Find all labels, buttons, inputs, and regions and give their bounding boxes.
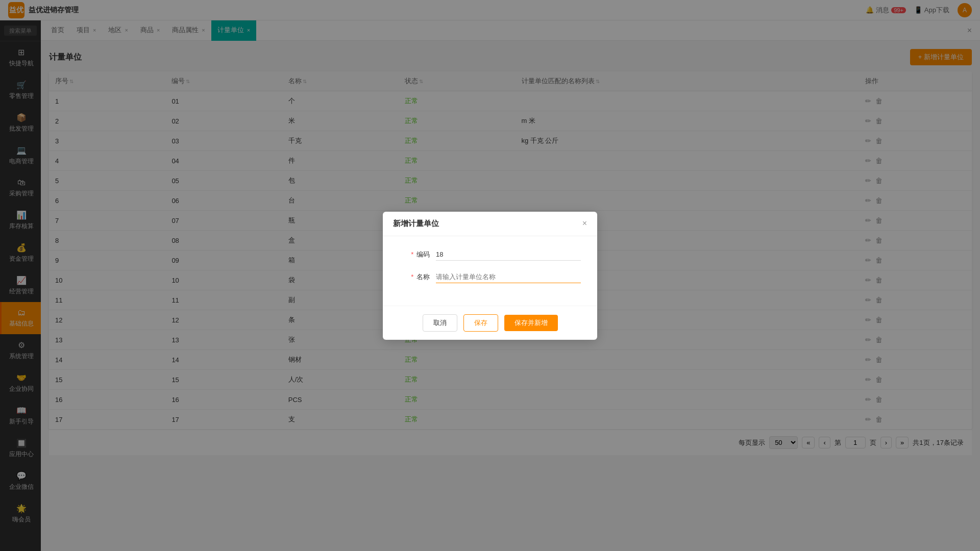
name-field-group: * 名称 — [399, 271, 581, 283]
required-star-2: * — [411, 273, 413, 281]
modal-header: 新增计量单位 × — [383, 212, 597, 236]
modal-title: 新增计量单位 — [393, 219, 439, 229]
code-label: * 编码 — [399, 250, 430, 259]
save-button[interactable]: 保存 — [463, 314, 498, 332]
modal-body: * 编码 * 名称 — [383, 236, 597, 306]
name-input[interactable] — [436, 271, 581, 283]
modal-footer: 取消 保存 保存并新增 — [383, 306, 597, 340]
add-unit-modal: 新增计量单位 × * 编码 * 名称 取消 保存 保存并新增 — [383, 212, 597, 340]
required-star: * — [411, 251, 413, 258]
save-and-new-button[interactable]: 保存并新增 — [504, 315, 558, 331]
code-input[interactable] — [436, 248, 581, 261]
cancel-button[interactable]: 取消 — [423, 314, 457, 332]
code-field-group: * 编码 — [399, 248, 581, 261]
name-label: * 名称 — [399, 272, 430, 282]
modal-overlay: 新增计量单位 × * 编码 * 名称 取消 保存 保存并新增 — [0, 0, 980, 551]
modal-close-btn[interactable]: × — [582, 219, 587, 228]
